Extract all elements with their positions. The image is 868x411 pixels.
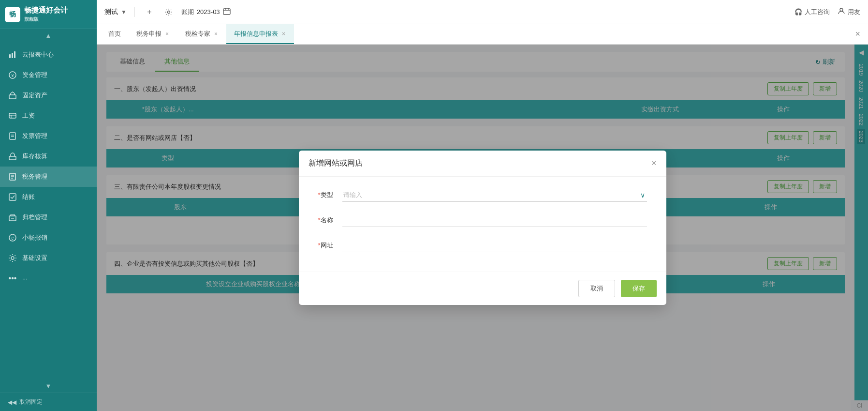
sidebar-label-archive: 归档管理 bbox=[22, 213, 47, 222]
company-selector[interactable]: 测试 ▼ bbox=[104, 8, 127, 16]
sidebar-item-invoice[interactable]: 发票管理 bbox=[0, 126, 97, 146]
sidebar-item-basic-settings[interactable]: 基础设置 bbox=[0, 248, 97, 268]
sidebar-item-inventory[interactable]: 库存核算 bbox=[0, 146, 97, 167]
content-area: 基础信息 其他信息 ↻ 刷新 一、股东（发起人）出资情况 复制 bbox=[97, 45, 868, 411]
url-label: *网址 bbox=[318, 241, 342, 250]
sidebar-label-payroll: 工资 bbox=[22, 111, 35, 120]
type-required-mark: * bbox=[318, 191, 321, 198]
tab-tax-report[interactable]: 税务申报 × bbox=[129, 24, 177, 44]
sidebar-scroll-down[interactable]: ▼ bbox=[0, 380, 97, 393]
tab-tax-report-label: 税务申报 bbox=[136, 30, 162, 38]
tab-tax-report-close[interactable]: × bbox=[164, 30, 170, 38]
sidebar-label-fund: 资金管理 bbox=[22, 71, 47, 79]
app-logo: 畅 bbox=[5, 7, 20, 22]
settings-btn[interactable] bbox=[162, 5, 176, 19]
modal-body: *类型 ∨ *名称 bbox=[299, 177, 666, 272]
svg-rect-0 bbox=[9, 54, 11, 58]
url-input-wrap bbox=[342, 239, 647, 252]
sidebar-item-payroll[interactable]: 工资 bbox=[0, 106, 97, 126]
tab-tax-inspection-label: 税检专家 bbox=[185, 30, 210, 38]
form-item-url: *网址 bbox=[318, 239, 647, 252]
form-item-name: *名称 bbox=[318, 213, 647, 227]
period-info: 账期 2023-03 bbox=[181, 7, 231, 16]
accounting-icon bbox=[8, 192, 17, 202]
invoice-icon bbox=[8, 131, 17, 141]
svg-rect-5 bbox=[9, 95, 16, 99]
svg-rect-25 bbox=[223, 9, 230, 15]
fund-icon: ¥ bbox=[8, 70, 17, 80]
tax-icon bbox=[8, 172, 17, 182]
user-icon bbox=[838, 7, 845, 16]
tab-tax-inspection-close[interactable]: × bbox=[213, 30, 219, 38]
more-icon: ••• bbox=[8, 274, 17, 283]
app-name: 畅捷通好会计 bbox=[24, 6, 68, 15]
company-arrow-icon: ▼ bbox=[121, 9, 127, 15]
sidebar-header: 畅 畅捷通好会计 旗舰版 bbox=[0, 0, 97, 29]
service-label: 人工咨询 bbox=[805, 8, 830, 16]
sidebar-label-settings: 基础设置 bbox=[22, 254, 47, 262]
main-area: 测试 ▼ + 账期 2023-03 🎧 人工咨询 bbox=[97, 0, 868, 411]
sidebar-cancel-fixed[interactable]: ◀◀ 取消固定 bbox=[0, 393, 97, 411]
user-label: 用友 bbox=[848, 8, 860, 16]
svg-point-23 bbox=[11, 257, 14, 259]
service-btn[interactable]: 🎧 人工咨询 bbox=[794, 8, 830, 16]
headset-icon: 🎧 bbox=[794, 8, 802, 15]
app-sub: 旗舰版 bbox=[24, 16, 68, 23]
sidebar-label-fixed-assets: 固定资产 bbox=[22, 91, 47, 100]
cancel-btn[interactable]: 取消 bbox=[578, 280, 615, 297]
svg-point-24 bbox=[167, 11, 170, 13]
modal-close-btn[interactable]: × bbox=[651, 158, 657, 168]
sidebar-item-more[interactable]: ••• ··· bbox=[0, 268, 97, 289]
sidebar-item-tax[interactable]: 税务管理 bbox=[0, 167, 97, 187]
sidebar-item-fund[interactable]: ¥ 资金管理 bbox=[0, 65, 97, 85]
svg-rect-9 bbox=[10, 133, 15, 139]
modal-header: 新增网站或网店 × bbox=[299, 151, 666, 177]
tab-home[interactable]: 首页 bbox=[101, 24, 129, 44]
svg-rect-12 bbox=[9, 156, 16, 160]
sidebar-label-xiaochang: 小畅报销 bbox=[22, 233, 47, 242]
user-btn[interactable]: 用友 bbox=[838, 7, 860, 16]
settings-icon bbox=[8, 253, 17, 263]
url-input[interactable] bbox=[342, 239, 647, 252]
modal-footer: 取消 保存 bbox=[299, 272, 666, 305]
period-label: 账期 bbox=[181, 8, 194, 16]
sidebar-scroll-up[interactable]: ▲ bbox=[0, 29, 97, 42]
svg-point-29 bbox=[840, 8, 843, 11]
form-item-type: *类型 ∨ bbox=[318, 188, 647, 202]
sidebar: 畅 畅捷通好会计 旗舰版 ▲ 云报表中心 ¥ 资金管理 bbox=[0, 0, 97, 411]
name-input-wrap bbox=[342, 213, 647, 227]
tab-annual-report[interactable]: 年报信息申报表 × bbox=[226, 24, 294, 44]
svg-rect-2 bbox=[14, 51, 15, 58]
svg-text:¥: ¥ bbox=[11, 73, 14, 78]
period-value: 2023-03 bbox=[197, 8, 220, 15]
fixed-assets-icon bbox=[8, 91, 17, 100]
name-required-mark: * bbox=[318, 216, 321, 224]
tab-annual-report-close[interactable]: × bbox=[281, 30, 286, 38]
sidebar-label-cloud-report: 云报表中心 bbox=[22, 50, 54, 59]
sidebar-item-fixed-assets[interactable]: 固定资产 bbox=[0, 85, 97, 106]
topbar: 测试 ▼ + 账期 2023-03 🎧 人工咨询 bbox=[97, 0, 868, 24]
cancel-fixed-arrow: ◀◀ bbox=[8, 399, 16, 406]
sidebar-label-more: ··· bbox=[22, 275, 28, 282]
name-input[interactable] bbox=[342, 213, 647, 227]
sidebar-item-cloud-report[interactable]: 云报表中心 bbox=[0, 45, 97, 65]
sidebar-item-archive[interactable]: 归档管理 bbox=[0, 207, 97, 228]
save-btn[interactable]: 保存 bbox=[621, 280, 657, 297]
calendar-icon[interactable] bbox=[223, 7, 231, 16]
type-input-wrap: ∨ bbox=[342, 188, 647, 202]
window-close-btn[interactable]: × bbox=[851, 24, 864, 44]
sidebar-item-accounting[interactable]: 结账 bbox=[0, 187, 97, 207]
url-required-mark: * bbox=[318, 242, 321, 249]
add-button[interactable]: + bbox=[143, 5, 156, 19]
company-name: 测试 bbox=[104, 8, 118, 16]
sidebar-label-invoice: 发票管理 bbox=[22, 132, 47, 140]
svg-text:c: c bbox=[12, 235, 14, 241]
topbar-divider1 bbox=[134, 7, 135, 17]
topbar-right: 🎧 人工咨询 用友 bbox=[794, 7, 860, 16]
xiaochang-icon: c bbox=[8, 233, 17, 243]
type-input[interactable] bbox=[342, 188, 647, 202]
sidebar-label-tax: 税务管理 bbox=[22, 172, 47, 181]
sidebar-item-xiaochang[interactable]: c 小畅报销 bbox=[0, 228, 97, 248]
tab-tax-inspection[interactable]: 税检专家 × bbox=[177, 24, 226, 44]
modal-title: 新增网站或网店 bbox=[309, 158, 363, 168]
